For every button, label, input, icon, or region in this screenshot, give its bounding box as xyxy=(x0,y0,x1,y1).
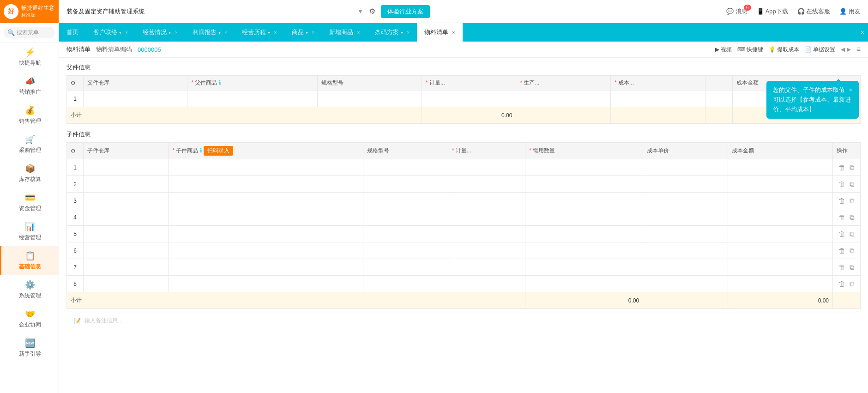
tab-product[interactable]: 商品 ▾ × xyxy=(284,23,322,42)
child-product-cell[interactable] xyxy=(169,226,363,242)
user-menu[interactable]: 👤 用友 xyxy=(839,7,861,16)
dropdown-arrow-icon[interactable]: ▼ xyxy=(357,8,363,15)
sidebar-item-inventory[interactable]: 📦 库存核算 xyxy=(0,159,59,188)
child-unit-cell[interactable] xyxy=(448,209,525,226)
tab-close-icon[interactable]: × xyxy=(407,30,410,35)
child-product-cell[interactable] xyxy=(169,259,363,276)
tab-operation[interactable]: 经营情况 ▾ × xyxy=(135,23,185,42)
tab-close-icon[interactable]: × xyxy=(452,30,455,35)
copy-icon[interactable]: ⧉ xyxy=(850,230,855,238)
settings-action[interactable]: 📄 单据设置 xyxy=(805,46,835,54)
sidebar-item-collab[interactable]: 🤝 企业协同 xyxy=(0,304,59,333)
child-qty-cell[interactable] xyxy=(525,159,643,176)
tab-customer[interactable]: 客户联络 ▾ × xyxy=(86,23,135,42)
child-product-cell[interactable] xyxy=(169,159,363,176)
child-qty-cell[interactable] xyxy=(525,176,643,193)
nav-prev-icon[interactable]: ◀ xyxy=(841,46,845,53)
child-unit-cost-cell[interactable] xyxy=(643,176,728,193)
child-spec-cell[interactable] xyxy=(363,276,448,292)
note-placeholder[interactable]: 输入备注信息... xyxy=(84,317,122,325)
child-unit-cell[interactable] xyxy=(448,176,525,193)
child-warehouse-cell[interactable] xyxy=(84,226,169,242)
delete-icon[interactable]: 🗑 xyxy=(838,247,845,254)
sidebar-item-operation[interactable]: 📊 经营管理 xyxy=(0,217,59,246)
child-unit-cost-cell[interactable] xyxy=(643,276,728,292)
scan-input-btn[interactable]: 扫码录入 xyxy=(204,146,233,156)
copy-icon[interactable]: ⧉ xyxy=(850,213,855,221)
child-warehouse-cell[interactable] xyxy=(84,276,169,292)
child-product-cell[interactable] xyxy=(169,276,363,292)
child-unit-cost-cell[interactable] xyxy=(643,193,728,209)
parent-cost-cell[interactable] xyxy=(611,91,705,107)
child-qty-cell[interactable] xyxy=(525,193,643,209)
shortcut-action[interactable]: ⌨ 快捷键 xyxy=(737,46,763,54)
child-unit-cell[interactable] xyxy=(448,242,525,259)
experience-btn[interactable]: 体验行业方案 xyxy=(381,5,430,18)
child-spec-cell[interactable] xyxy=(363,242,448,259)
child-unit-cost-cell[interactable] xyxy=(643,209,728,226)
copy-icon[interactable]: ⧉ xyxy=(850,263,855,271)
tab-new-product[interactable]: 新增商品 × xyxy=(322,23,367,42)
child-qty-cell[interactable] xyxy=(525,259,643,276)
child-product-cell[interactable] xyxy=(169,193,363,209)
copy-icon[interactable]: ⧉ xyxy=(850,163,855,171)
parent-unit-cell[interactable] xyxy=(422,91,516,107)
child-unit-cell[interactable] xyxy=(448,159,525,176)
message-btn[interactable]: 💬 6 消息 xyxy=(726,7,747,16)
child-qty-cell[interactable] xyxy=(525,242,643,259)
child-unit-cost-cell[interactable] xyxy=(643,226,728,242)
child-warehouse-cell[interactable] xyxy=(84,209,169,226)
copy-icon[interactable]: ⧉ xyxy=(850,280,855,288)
parent-product-cell[interactable] xyxy=(187,91,318,107)
tooltip-close-btn[interactable]: × xyxy=(849,85,852,95)
child-spec-cell[interactable] xyxy=(363,259,448,276)
child-product-cell[interactable] xyxy=(169,176,363,193)
delete-icon[interactable]: 🗑 xyxy=(838,263,845,271)
cost-action[interactable]: 💡 提取成本 xyxy=(769,46,799,54)
child-warehouse-cell[interactable] xyxy=(84,176,169,193)
settings-icon[interactable]: ⚙ xyxy=(369,7,375,16)
parent-spec-cell[interactable] xyxy=(318,91,422,107)
sidebar-item-quick-nav[interactable]: ⚡ 快捷导航 xyxy=(0,42,59,72)
child-product-cell[interactable] xyxy=(169,209,363,226)
app-download-btn[interactable]: 📱 App下载 xyxy=(757,7,788,16)
child-unit-cell[interactable] xyxy=(448,193,525,209)
tab-home[interactable]: 首页 xyxy=(59,23,86,42)
child-unit-cost-cell[interactable] xyxy=(643,259,728,276)
child-warehouse-cell[interactable] xyxy=(84,159,169,176)
copy-icon[interactable]: ⧉ xyxy=(850,247,855,254)
tab-history[interactable]: 经营历程 ▾ × xyxy=(235,23,284,42)
child-spec-cell[interactable] xyxy=(363,193,448,209)
child-qty-cell[interactable] xyxy=(525,226,643,242)
child-unit-cell[interactable] xyxy=(448,259,525,276)
online-service-btn[interactable]: 🎧 在线客服 xyxy=(797,7,831,16)
sidebar-item-sales[interactable]: 💰 销售管理 xyxy=(0,101,59,130)
sidebar-item-finance[interactable]: 💳 资金管理 xyxy=(0,188,59,217)
child-spec-cell[interactable] xyxy=(363,226,448,242)
delete-icon[interactable]: 🗑 xyxy=(838,180,845,188)
child-qty-cell[interactable] xyxy=(525,209,643,226)
delete-icon[interactable]: 🗑 xyxy=(838,163,845,171)
child-warehouse-cell[interactable] xyxy=(84,193,169,209)
child-warehouse-cell[interactable] xyxy=(84,259,169,276)
delete-icon[interactable]: 🗑 xyxy=(838,230,845,238)
tab-close-icon[interactable]: × xyxy=(224,30,227,35)
child-unit-cell[interactable] xyxy=(448,226,525,242)
sidebar-item-guide[interactable]: 🆕 新手引导 xyxy=(0,333,59,363)
copy-icon[interactable]: ⧉ xyxy=(850,197,855,205)
child-unit-cost-cell[interactable] xyxy=(643,159,728,176)
tab-profit[interactable]: 利润报告 ▾ × xyxy=(185,23,235,42)
nav-next-icon[interactable]: ▶ xyxy=(847,46,851,53)
child-unit-cost-cell[interactable] xyxy=(643,242,728,259)
delete-icon[interactable]: 🗑 xyxy=(838,280,845,288)
sidebar-item-marketing[interactable]: 📣 营销推广 xyxy=(0,72,59,101)
tab-bom[interactable]: 物料清单 × xyxy=(417,23,462,42)
child-spec-cell[interactable] xyxy=(363,159,448,176)
child-spec-cell[interactable] xyxy=(363,176,448,193)
delete-icon[interactable]: 🗑 xyxy=(838,213,845,221)
parent-warehouse-cell[interactable] xyxy=(84,91,187,107)
tab-barcode[interactable]: 条码方案 ▾ × xyxy=(368,23,417,42)
tab-close-icon[interactable]: × xyxy=(125,30,128,35)
tab-close-icon[interactable]: × xyxy=(274,30,277,35)
parent-produce-cell[interactable] xyxy=(516,91,611,107)
